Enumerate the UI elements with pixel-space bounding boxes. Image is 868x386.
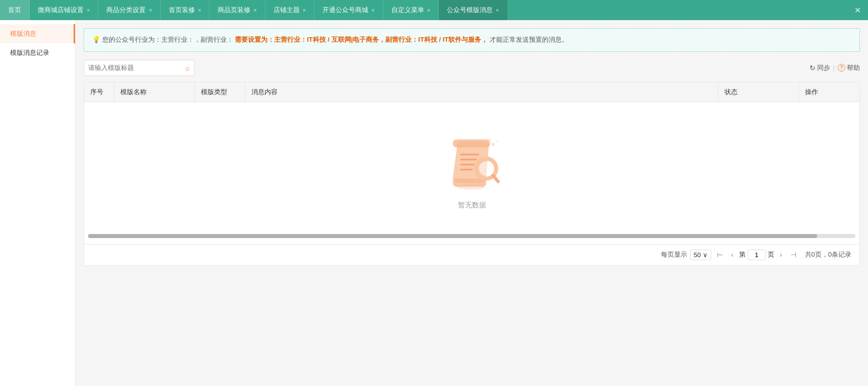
help-button[interactable]: ? 帮助 xyxy=(838,63,860,72)
last-page-button[interactable]: ⊣ xyxy=(788,250,799,260)
search-bar: ⌕ ↻ 同步 | ? 帮助 xyxy=(84,60,860,76)
next-page-button[interactable]: › xyxy=(777,250,785,260)
search-icon[interactable]: ⌕ xyxy=(185,63,190,72)
empty-state-icon xyxy=(442,132,502,193)
tab-template-msg-close[interactable]: × xyxy=(496,7,499,13)
tab-store-settings-close[interactable]: × xyxy=(87,7,90,13)
sidebar-item-template-message-log[interactable]: 模版消息记录 xyxy=(0,43,75,62)
top-nav: 首页 微商城店铺设置 × 商品分类设置 × 首页装修 × 商品页装修 × 店铺主… xyxy=(0,0,868,20)
help-label: 帮助 xyxy=(847,63,860,72)
th-type: 模版类型 xyxy=(195,83,245,102)
empty-state: 暂无数据 xyxy=(84,102,859,230)
tab-home-decoration-label: 首页装修 xyxy=(169,6,195,15)
th-name: 模版名称 xyxy=(114,83,195,102)
tab-home-label: 首页 xyxy=(8,6,21,15)
svg-point-8 xyxy=(492,143,495,146)
help-icon: ? xyxy=(838,64,845,71)
content-area: 💡 您的公众号行业为：主营行业：，副营行业： 需要设置为：主营行业：IT科技 /… xyxy=(76,20,868,386)
tab-store-settings-label: 微商城店铺设置 xyxy=(38,6,84,15)
tab-product-category-label: 商品分类设置 xyxy=(106,6,146,15)
empty-text: 暂无数据 xyxy=(458,201,486,210)
table-header: 序号 模版名称 模版类型 消息内容 状态 操作 xyxy=(84,83,859,102)
tab-home-decoration[interactable]: 首页装修 × xyxy=(161,0,210,20)
pagination: 每页显示 50 ∨ ⊢ ‹ 第 页 › ⊣ 共0页，0条记录 xyxy=(84,244,859,265)
tab-custom-menu-label: 自定义菜单 xyxy=(391,6,424,15)
page-input-wrap: 第 页 xyxy=(739,250,774,260)
tab-product-decoration[interactable]: 商品页装修 × xyxy=(210,0,265,20)
tab-template-msg[interactable]: 公众号模版消息 × xyxy=(439,0,507,20)
tab-open-mall-close[interactable]: × xyxy=(371,7,374,13)
tab-home-decoration-close[interactable]: × xyxy=(198,7,201,13)
sync-label: 同步 xyxy=(817,63,830,72)
page-size-value: 50 xyxy=(694,251,701,259)
tab-store-settings[interactable]: 微商城店铺设置 × xyxy=(30,0,98,20)
total-info: 共0页，0条记录 xyxy=(805,250,851,259)
tab-product-category-close[interactable]: × xyxy=(149,7,152,13)
svg-point-9 xyxy=(496,140,498,142)
tab-custom-menu-close[interactable]: × xyxy=(427,7,430,13)
th-action: 操作 xyxy=(799,83,859,102)
page-unit: 页 xyxy=(768,250,774,259)
notice-prefix: 您的公众号行业为：主营行业：，副营行业： xyxy=(102,36,233,43)
sidebar-item-template-message[interactable]: 模版消息 xyxy=(0,24,75,43)
th-status: 状态 xyxy=(718,83,799,102)
tab-template-msg-label: 公众号模版消息 xyxy=(447,6,493,15)
tab-product-decoration-label: 商品页装修 xyxy=(218,6,250,15)
sidebar: 模版消息 模版消息记录 xyxy=(0,20,76,386)
sync-button[interactable]: ↻ 同步 xyxy=(810,63,830,72)
tab-custom-menu[interactable]: 自定义菜单 × xyxy=(383,0,439,20)
tab-open-mall-label: 开通公众号商城 xyxy=(322,6,368,15)
notice-highlight: 需要设置为：主营行业：IT科技 / 互联网|电子商务，副营行业：IT科技 / I… xyxy=(235,36,488,43)
th-content: 消息内容 xyxy=(245,83,718,102)
horizontal-scrollbar[interactable] xyxy=(84,234,859,244)
search-input[interactable] xyxy=(88,64,185,71)
tab-product-decoration-close[interactable]: × xyxy=(253,7,256,13)
prev-page-button[interactable]: ‹ xyxy=(728,250,736,260)
tab-home[interactable]: 首页 xyxy=(0,0,30,20)
search-input-wrap: ⌕ xyxy=(84,60,194,76)
tab-store-theme-label: 店铺主题 xyxy=(274,6,300,15)
th-index: 序号 xyxy=(84,83,114,102)
main-layout: 模版消息 模版消息记录 💡 您的公众号行业为：主营行业：，副营行业： 需要设置为… xyxy=(0,20,868,386)
sync-icon: ↻ xyxy=(810,64,816,72)
page-size-label: 每页显示 xyxy=(661,250,687,259)
page-input[interactable] xyxy=(748,250,766,260)
tab-open-mall[interactable]: 开通公众号商城 × xyxy=(314,0,383,20)
tab-store-theme-close[interactable]: × xyxy=(303,7,306,13)
chevron-down-icon: ∨ xyxy=(703,251,708,259)
page-size-select[interactable]: 50 ∨ xyxy=(690,250,711,260)
toolbar-right: ↻ 同步 | ? 帮助 xyxy=(810,63,860,72)
first-page-button[interactable]: ⊢ xyxy=(714,250,725,260)
tab-product-category[interactable]: 商品分类设置 × xyxy=(98,0,160,20)
svg-point-6 xyxy=(479,162,493,176)
close-all-button[interactable]: ✕ xyxy=(847,6,868,15)
svg-point-10 xyxy=(489,138,491,140)
toolbar-divider: | xyxy=(833,64,835,71)
data-table: 序号 模版名称 模版类型 消息内容 状态 操作 xyxy=(84,82,860,266)
sidebar-item-template-message-label: 模版消息 xyxy=(10,30,36,37)
page-di-label: 第 xyxy=(739,250,746,259)
svg-line-7 xyxy=(493,176,498,182)
notice-suffix: 才能正常发送预置的消息。 xyxy=(490,36,568,43)
notice-icon: 💡 xyxy=(92,36,102,43)
sidebar-item-template-message-log-label: 模版消息记录 xyxy=(10,49,49,56)
tab-store-theme[interactable]: 店铺主题 × xyxy=(265,0,314,20)
notice-banner: 💡 您的公众号行业为：主营行业：，副营行业： 需要设置为：主营行业：IT科技 /… xyxy=(84,28,860,52)
